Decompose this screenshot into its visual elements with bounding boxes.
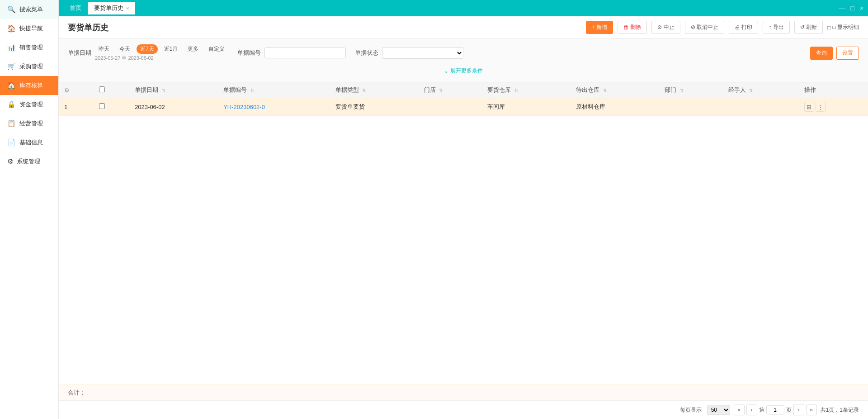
data-table: ⚙ 单据日期 ⇅ 单据编号 ⇅	[59, 82, 868, 116]
inventory-icon: 🏠	[7, 81, 16, 90]
sidebar-item-finance-mgmt[interactable]: 🔒 资金管理	[0, 95, 58, 114]
tab-home[interactable]: 首页	[63, 2, 88, 14]
export-button[interactable]: ↑ 导出	[763, 21, 789, 34]
tab-close-button[interactable]: ×	[126, 5, 129, 11]
handler-sort-icon[interactable]: ⇅	[749, 88, 753, 93]
sidebar-item-inventory[interactable]: 🏠 库存核算	[0, 76, 58, 95]
stop-button[interactable]: ⊘ 中止	[651, 21, 680, 34]
page-content: 要货单历史 + 新增 🗑 删除 ⊘ 中止 ⊘ 取消中止 🖨 打印 ↑ 导出 ↺ …	[59, 16, 868, 419]
td-index: 1	[59, 98, 94, 116]
sys-icon: ⚙	[7, 157, 13, 166]
refresh-button[interactable]: ↺ 刷新	[794, 21, 823, 34]
td-handler	[723, 98, 799, 116]
doc-no-link[interactable]: YH-20230602-0	[223, 104, 265, 110]
first-page-button[interactable]: «	[734, 405, 745, 415]
select-all-checkbox[interactable]	[99, 86, 105, 92]
date-btn-7days[interactable]: 近7天	[137, 44, 158, 54]
dept-sort-icon[interactable]: ⇅	[680, 88, 684, 93]
delete-button[interactable]: 🗑 删除	[618, 21, 647, 34]
date-btn-yesterday[interactable]: 昨天	[95, 44, 113, 54]
display-detail-button[interactable]: □ □ 显示明细	[827, 24, 859, 31]
date-btn-1month[interactable]: 近1月	[160, 44, 182, 54]
expand-label: 展开更多条件	[450, 67, 483, 75]
page-title: 要货单历史	[68, 22, 108, 33]
td-store	[419, 98, 482, 116]
expand-filter-button[interactable]: ⌄ 展开更多条件	[444, 65, 483, 76]
date-btn-custom[interactable]: 自定义	[205, 44, 228, 54]
prev-page-button[interactable]: ‹	[746, 405, 757, 415]
maximize-icon[interactable]: □	[850, 5, 854, 12]
new-button[interactable]: + 新增	[586, 21, 613, 34]
minimize-icon[interactable]: —	[839, 5, 845, 12]
sidebar-item-basic-info[interactable]: 📄 基础信息	[0, 133, 58, 152]
store-sort-icon[interactable]: ⇅	[439, 88, 443, 93]
pagination: 每页显示 20 50 100 « ‹ 第 页 › » 共1页，1条记录	[59, 400, 868, 419]
td-doc-type: 要货单要货	[330, 98, 419, 116]
date-btn-today[interactable]: 今天	[116, 44, 134, 54]
date-btn-more[interactable]: 更多	[184, 44, 202, 54]
next-page-button[interactable]: ›	[793, 405, 804, 415]
filter-expand-row: ⌄ 展开更多条件	[68, 65, 859, 76]
more-op-button[interactable]: ⋮	[816, 102, 826, 112]
pending-warehouse-sort-icon[interactable]: ⇅	[603, 88, 607, 93]
page-nav: « ‹ 第 页 › »	[734, 405, 817, 415]
th-settings: ⚙	[59, 82, 94, 98]
handler-col-label: 经手人	[728, 86, 746, 93]
sidebar-item-purchase-mgmt[interactable]: 🛒 采购管理	[0, 57, 58, 76]
main-content: 首页 要货单历史 × — □ × 要货单历史 + 新增 🗑 删除 ⊘ 中止 ⊘ …	[59, 0, 868, 419]
close-icon[interactable]: ×	[860, 5, 863, 12]
th-handler: 经手人 ⇅	[723, 82, 799, 98]
setting-button[interactable]: 设置	[836, 47, 859, 60]
table-footer: 合计：	[59, 385, 868, 400]
sidebar-item-sales-mgmt[interactable]: 📊 销售管理	[0, 38, 58, 57]
page-number-input[interactable]	[766, 405, 784, 414]
pending-warehouse-col-label: 待出仓库	[576, 86, 599, 93]
sidebar-item-label: 系统管理	[17, 157, 40, 166]
table-row: 1 2023-06-02 YH-20230602-0 要货单要货 车间库 原材料…	[59, 98, 868, 116]
date-shortcuts: 昨天 今天 近7天 近1月 更多 自定义	[95, 44, 228, 54]
store-col-label: 门店	[424, 86, 436, 93]
sidebar-item-ops-mgmt[interactable]: 📋 经营管理	[0, 114, 58, 133]
tab-label: 要货单历史	[94, 4, 123, 12]
doc-date-sort-icon[interactable]: ⇅	[162, 88, 165, 93]
print-button[interactable]: 🖨 打印	[729, 21, 758, 34]
td-checkbox	[94, 98, 129, 116]
page-size-select[interactable]: 20 50 100	[707, 405, 730, 415]
column-settings-icon[interactable]: ⚙	[64, 87, 70, 94]
status-filter: 单据状态	[355, 47, 463, 59]
filter-row-main: 单据日期 昨天 今天 近7天 近1月 更多 自定义 2023-05-27 至 2…	[68, 44, 859, 62]
doc-date-col-label: 单据日期	[135, 86, 158, 93]
sidebar-item-label: 销售管理	[19, 43, 43, 52]
date-range-display: 2023-05-27 至 2023-06-02	[95, 55, 228, 62]
status-select[interactable]	[382, 47, 463, 59]
page-label-2: 页	[786, 406, 792, 414]
dept-col-label: 部门	[665, 86, 676, 93]
td-dept	[659, 98, 722, 116]
req-warehouse-sort-icon[interactable]: ⇅	[514, 88, 518, 93]
view-op-button[interactable]: ⊞	[804, 102, 814, 112]
tab-yaohuodan-history[interactable]: 要货单历史 ×	[88, 2, 135, 14]
date-filter: 单据日期 昨天 今天 近7天 近1月 更多 自定义 2023-05-27 至 2…	[68, 44, 228, 62]
display-detail-label: □ 显示明细	[832, 24, 859, 31]
display-detail-icon: □	[827, 24, 830, 31]
date-shortcuts-container: 昨天 今天 近7天 近1月 更多 自定义 2023-05-27 至 2023-0…	[95, 44, 228, 62]
sidebar-item-search-menu[interactable]: 🔍 搜索菜单	[0, 0, 58, 19]
doc-no-input[interactable]	[264, 48, 346, 58]
sidebar-item-sys-mgmt[interactable]: ⚙ 系统管理	[0, 152, 58, 171]
doc-no-filter: 单据编号	[237, 48, 346, 58]
last-page-button[interactable]: »	[806, 405, 817, 415]
tab-label: 首页	[70, 4, 81, 12]
sidebar-item-label: 资金管理	[19, 100, 43, 109]
cancel-stop-button[interactable]: ⊘ 取消中止	[685, 21, 724, 34]
table-area: ⚙ 单据日期 ⇅ 单据编号 ⇅	[59, 82, 868, 385]
doc-no-sort-icon[interactable]: ⇅	[250, 88, 254, 93]
sidebar-item-quick-nav[interactable]: 🏠 快捷导航	[0, 19, 58, 38]
row-checkbox[interactable]	[99, 103, 105, 109]
finance-icon: 🔒	[7, 100, 16, 109]
sidebar-item-label: 基础信息	[19, 138, 43, 147]
query-button[interactable]: 查询	[810, 47, 833, 60]
doc-type-sort-icon[interactable]: ⇅	[362, 88, 366, 93]
sidebar-item-label: 搜索菜单	[19, 5, 43, 14]
search-menu-icon: 🔍	[7, 5, 16, 14]
filter-area: 单据日期 昨天 今天 近7天 近1月 更多 自定义 2023-05-27 至 2…	[59, 39, 868, 82]
